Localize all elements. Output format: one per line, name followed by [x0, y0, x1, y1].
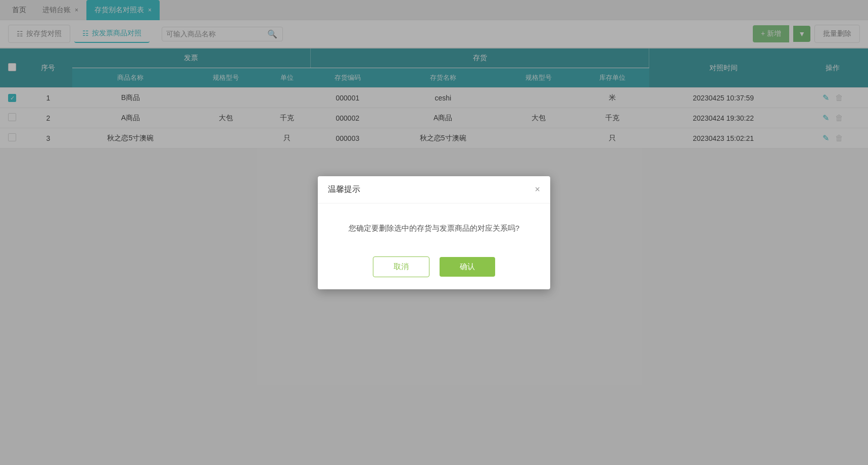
btn-confirm[interactable]: 确认 [440, 257, 495, 277]
dialog-footer: 取消 确认 [318, 248, 550, 289]
overlay: 温馨提示 × 您确定要删除选中的存货与发票商品的对应关系吗? 取消 确认 [0, 0, 868, 465]
dialog-body: 您确定要删除选中的存货与发票商品的对应关系吗? [318, 203, 550, 248]
dialog-close[interactable]: × [535, 185, 540, 194]
dialog-header: 温馨提示 × [318, 176, 550, 203]
dialog: 温馨提示 × 您确定要删除选中的存货与发票商品的对应关系吗? 取消 确认 [318, 176, 550, 289]
btn-cancel[interactable]: 取消 [373, 256, 429, 277]
dialog-title: 温馨提示 [328, 184, 360, 195]
dialog-message: 您确定要删除选中的存货与发票商品的对应关系吗? [349, 224, 519, 232]
